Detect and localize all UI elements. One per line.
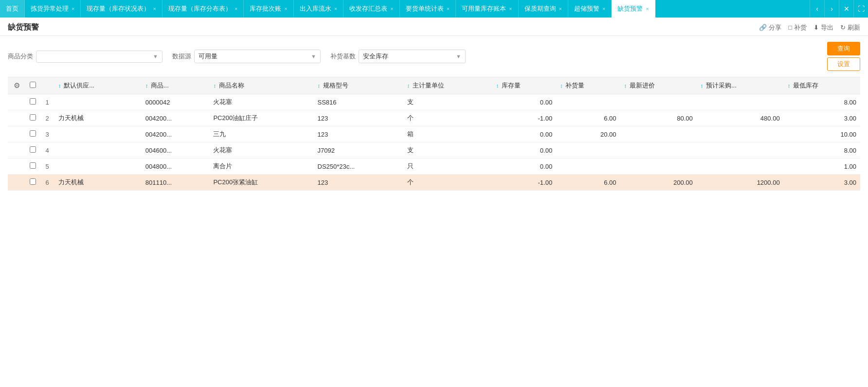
tab-close-icon[interactable]: × — [334, 6, 337, 12]
th-stock[interactable]: ↕ 库存量 — [492, 77, 556, 94]
td-checkbox[interactable] — [25, 158, 40, 175]
row-checkbox[interactable] — [30, 114, 36, 121]
td-min-stock: 1.00 — [784, 158, 860, 175]
category-label: 商品分类 — [8, 52, 33, 61]
nav-close-button[interactable]: ✕ — [839, 0, 853, 18]
th-min-stock[interactable]: ↕ 最低库存 — [784, 77, 860, 94]
table-row: 4 004600... 火花塞 J7092 支 0.00 8.00 — [8, 142, 860, 158]
td-checkbox[interactable] — [25, 94, 40, 110]
td-supplier: 力天机械 — [54, 175, 142, 191]
nav-prev-button[interactable]: ‹ — [810, 0, 824, 18]
header-actions: 🔗 分享 □ 补货 ⬇ 导出 ↻ 刷新 — [759, 23, 860, 32]
tab-close-icon[interactable]: × — [602, 6, 605, 12]
nav-tab-5[interactable]: 出入库流水× — [294, 0, 344, 18]
row-checkbox[interactable] — [30, 130, 36, 137]
td-stock: 0.00 — [492, 126, 556, 142]
td-name: 火花塞 — [209, 142, 313, 158]
th-checkbox[interactable] — [25, 77, 40, 94]
td-checkbox[interactable] — [25, 175, 40, 191]
nav-tab-2[interactable]: 现存量（库存状况表）× — [81, 0, 162, 18]
table-row: 6 力天机械 801110... PC200张紧油缸 123 个 -1.00 6… — [8, 175, 860, 191]
nav-tab-0[interactable]: 首页 — [0, 0, 25, 18]
export-label: 导出 — [821, 23, 833, 32]
td-code: 0000042 — [142, 94, 210, 110]
td-supplier — [54, 94, 142, 110]
td-name: PC200油缸庄子 — [209, 110, 313, 126]
datasource-select[interactable]: 可用量 ▼ — [194, 50, 321, 63]
nav-tab-8[interactable]: 可用量库存账本× — [456, 0, 518, 18]
sort-icon: ↕ — [407, 83, 410, 88]
nav-tab-10[interactable]: 超储预警× — [568, 0, 612, 18]
th-supplier[interactable]: ↕ 默认供应... — [54, 77, 142, 94]
tab-close-icon[interactable]: × — [509, 6, 512, 12]
tab-close-icon[interactable]: × — [559, 6, 562, 12]
data-table: ⚙ ↕ 默认供应... ↕ 商品... ↕ — [8, 77, 860, 191]
gear-icon[interactable]: ⚙ — [14, 81, 20, 89]
td-min-stock: 8.00 — [784, 142, 860, 158]
th-spec[interactable]: ↕ 规格型号 — [314, 77, 403, 94]
table-row: 3 004200... 三九 123 箱 0.00 20.00 10.00 — [8, 126, 860, 142]
row-checkbox[interactable] — [30, 98, 36, 105]
td-unit: 箱 — [403, 126, 492, 142]
export-icon: ⬇ — [814, 24, 819, 31]
td-checkbox[interactable] — [25, 126, 40, 142]
th-est-purchase[interactable]: ↕ 预计采购... — [697, 77, 784, 94]
tab-close-icon[interactable]: × — [72, 6, 74, 12]
refresh-icon: ↻ — [840, 24, 846, 31]
nav-next-button[interactable]: › — [824, 0, 839, 18]
td-stock: 0.00 — [492, 158, 556, 175]
td-row-num: 4 — [40, 142, 54, 158]
refresh-button[interactable]: ↻ 刷新 — [840, 23, 860, 32]
row-checkbox[interactable] — [30, 178, 36, 185]
nav-tab-4[interactable]: 库存批次账× — [244, 0, 293, 18]
export-button[interactable]: ⬇ 导出 — [814, 23, 833, 32]
td-est-purchase — [697, 126, 784, 142]
row-checkbox[interactable] — [30, 146, 36, 153]
nav-tab-1[interactable]: 拣货异常处理× — [25, 0, 81, 18]
tab-close-icon[interactable]: × — [284, 6, 287, 12]
th-replenish[interactable]: ↕ 补货量 — [556, 77, 620, 94]
td-checkbox[interactable] — [25, 110, 40, 126]
nav-tab-11[interactable]: 缺货预警× — [612, 0, 655, 18]
tab-close-icon[interactable]: × — [153, 6, 156, 12]
td-spec: 123 — [314, 175, 403, 191]
td-unit: 个 — [403, 175, 492, 191]
nav-tab-6[interactable]: 收发存汇总表× — [344, 0, 399, 18]
td-supplier — [54, 158, 142, 175]
nav-tab-9[interactable]: 保质期查询× — [519, 0, 568, 18]
nav-tab-3[interactable]: 现存量（库存分布表）× — [163, 0, 244, 18]
tab-close-icon[interactable]: × — [447, 6, 450, 12]
td-checkbox[interactable] — [25, 142, 40, 158]
th-unit[interactable]: ↕ 主计量单位 — [403, 77, 492, 94]
page-title: 缺货预警 — [8, 22, 39, 33]
th-gear[interactable]: ⚙ — [8, 77, 25, 94]
sort-icon: ↕ — [145, 83, 148, 88]
replenish-base-select[interactable]: 安全库存 ▼ — [359, 50, 466, 63]
sort-icon: ↕ — [318, 83, 321, 88]
td-row-num: 2 — [40, 110, 54, 126]
datasource-chevron-icon: ▼ — [311, 53, 316, 59]
settings-button[interactable]: 设置 — [827, 57, 860, 71]
td-replenish: 20.00 — [556, 126, 620, 142]
th-code[interactable]: ↕ 商品... — [142, 77, 210, 94]
th-name[interactable]: ↕ 商品名称 — [209, 77, 313, 94]
share-button[interactable]: 🔗 分享 — [759, 23, 781, 32]
row-checkbox[interactable] — [30, 162, 36, 169]
select-all-checkbox[interactable] — [30, 82, 36, 88]
th-latest-price[interactable]: ↕ 最新进价 — [620, 77, 697, 94]
tab-close-icon[interactable]: × — [390, 6, 393, 12]
nav-tab-7[interactable]: 要货单统计表× — [400, 0, 456, 18]
filter-actions: 查询 设置 — [827, 42, 860, 71]
replenish-button[interactable]: □ 补货 — [788, 23, 807, 32]
td-stock: 0.00 — [492, 142, 556, 158]
td-unit: 支 — [403, 142, 492, 158]
category-select[interactable]: ▼ — [36, 51, 163, 63]
nav-fullscreen-button[interactable]: ⛶ — [853, 0, 868, 18]
td-latest-price: 200.00 — [620, 175, 697, 191]
table-row: 2 力天机械 004200... PC200油缸庄子 123 个 -1.00 6… — [8, 110, 860, 126]
replenish-icon: □ — [788, 24, 792, 31]
tab-close-icon[interactable]: × — [235, 6, 237, 12]
query-button[interactable]: 查询 — [827, 42, 860, 55]
filter-bar: 商品分类 ▼ 数据源 可用量 ▼ 补货基数 安全库存 ▼ 查询 设置 — [0, 36, 868, 77]
tab-close-icon[interactable]: × — [646, 6, 649, 12]
